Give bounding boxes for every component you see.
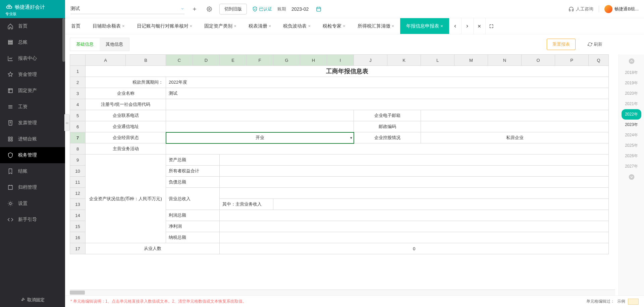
tab[interactable]: 税负波动表× [277, 18, 317, 34]
subtab[interactable]: 基础信息 [70, 38, 100, 51]
collapse-handle[interactable]: ‹‹ [64, 114, 70, 131]
column-header[interactable]: H [300, 55, 327, 66]
nav-closing[interactable]: 结账 [0, 163, 65, 179]
nav-reports[interactable]: 报表中心 [0, 50, 65, 67]
row-header[interactable]: 1 [70, 66, 86, 77]
row-header[interactable]: 5 [70, 110, 86, 121]
old-version-button[interactable]: 切到旧版 [219, 4, 247, 14]
tabs-close-button[interactable] [473, 18, 485, 34]
column-header[interactable]: F [247, 55, 273, 66]
nav-funds[interactable]: 资金管理 [0, 67, 65, 83]
nav-guide[interactable]: 新手引导 [0, 212, 65, 228]
tab-close-icon[interactable]: × [122, 24, 125, 29]
year-item[interactable]: 2026年 [622, 151, 641, 161]
row-header[interactable]: 15 [70, 221, 86, 232]
year-item[interactable]: 2027年 [622, 161, 641, 172]
reset-report-button[interactable]: 重置报表 [547, 39, 576, 50]
column-header[interactable]: C [166, 55, 193, 66]
tab[interactable]: 所得税汇算清缴× [352, 18, 400, 34]
subtab[interactable]: 其他信息 [100, 38, 129, 51]
column-header[interactable]: E [220, 55, 247, 66]
column-header[interactable]: P [555, 55, 589, 66]
year-item[interactable]: 2021年 [622, 99, 641, 109]
row-header[interactable]: 4 [70, 99, 86, 110]
nav-fixed-assets[interactable]: 固定资产 [0, 83, 65, 99]
nav-payroll[interactable]: 工资 [0, 99, 65, 115]
row-header[interactable]: 16 [70, 232, 86, 243]
dropdown-icon[interactable]: ▼ [350, 136, 353, 140]
tabs-prev-button[interactable] [449, 18, 461, 34]
add-button[interactable] [190, 4, 199, 14]
row-header[interactable]: 14 [70, 210, 86, 221]
nav-invoice[interactable]: 发票管理 [0, 115, 65, 131]
column-header[interactable]: D [193, 55, 220, 66]
row-header[interactable]: 11 [70, 177, 86, 188]
spreadsheet[interactable]: ABCDEFGHIJKLMNOPQ1工商年报信息表2税款所属期间：2022年度3… [70, 54, 615, 290]
tab-close-icon[interactable]: × [234, 24, 236, 29]
column-header[interactable]: J [354, 55, 387, 66]
sidebar-scrollbar[interactable] [62, 18, 65, 62]
year-item[interactable]: 2020年 [622, 88, 641, 99]
tab-close-icon[interactable]: × [190, 24, 193, 29]
column-header[interactable]: K [387, 55, 421, 66]
nav-home[interactable]: 首页 [0, 18, 65, 34]
nav-ledger[interactable]: 总账 [0, 34, 65, 50]
row-header[interactable]: 8 [70, 143, 86, 155]
tab-close-icon[interactable]: × [308, 24, 311, 29]
column-header[interactable]: L [421, 55, 454, 66]
tab[interactable]: 固定资产类别× [198, 18, 243, 34]
column-header[interactable]: M [454, 55, 488, 66]
year-item[interactable]: 2022年 [622, 109, 641, 120]
settings-button[interactable] [205, 4, 214, 14]
tab-close-icon[interactable]: × [343, 24, 345, 29]
tab[interactable]: 日记账与银行对账单核对× [131, 18, 199, 34]
row-header[interactable]: 9 [70, 155, 86, 166]
row-header[interactable]: 10 [70, 166, 86, 177]
column-header[interactable]: I [327, 55, 354, 66]
year-item[interactable]: 2019年 [622, 78, 641, 88]
tab[interactable]: 税表清册× [243, 18, 277, 34]
fullscreen-button[interactable] [485, 18, 497, 34]
nav-archive[interactable]: 归档管理 [0, 179, 65, 195]
company-select[interactable]: 测试 [70, 4, 184, 14]
row-header[interactable]: 7 [70, 132, 86, 143]
tab[interactable]: 目辅助余额表× [87, 18, 131, 34]
column-header[interactable]: B [126, 55, 166, 66]
row-header[interactable]: 6 [70, 121, 86, 132]
column-header[interactable]: O [522, 55, 555, 66]
refresh-button[interactable]: 刷新 [583, 39, 607, 50]
period-picker[interactable] [314, 4, 323, 14]
nav-settings[interactable]: 设置 [0, 195, 65, 212]
business-status-cell[interactable]: 开业▼ [166, 132, 354, 143]
row-header[interactable]: 12 [70, 188, 86, 199]
year-item[interactable]: 2023年 [622, 120, 641, 130]
column-header[interactable]: Q [589, 55, 609, 66]
row-header[interactable]: 3 [70, 88, 86, 99]
year-up-button[interactable] [627, 56, 636, 67]
tab[interactable]: 税检专家× [317, 18, 352, 34]
tab-close-icon[interactable]: × [269, 24, 271, 29]
grid-corner[interactable] [70, 55, 86, 66]
nav-icon [7, 23, 13, 29]
tab[interactable]: 首页 [65, 18, 87, 34]
tab-close-icon[interactable]: × [440, 24, 443, 29]
unpin-button[interactable]: 取消固定 [0, 293, 65, 307]
row-header[interactable]: 13 [70, 199, 86, 210]
year-item[interactable]: 2024年 [622, 130, 641, 140]
tab[interactable]: 年报信息申报表× [400, 18, 449, 34]
support-button[interactable]: 人工咨询 [569, 6, 593, 12]
tabs-next-button[interactable] [461, 18, 473, 34]
year-item[interactable]: 2025年 [622, 140, 641, 151]
user-menu[interactable]: 畅捷通B组... [604, 5, 639, 13]
nav-tax[interactable]: 税务管理 [0, 147, 65, 163]
column-header[interactable]: G [273, 55, 300, 66]
horizontal-scrollbar[interactable] [70, 290, 615, 296]
row-header[interactable]: 2 [70, 77, 86, 88]
nav-inventory[interactable]: 进销台账 [0, 131, 65, 147]
column-header[interactable]: N [488, 55, 522, 66]
column-header[interactable]: A [86, 55, 126, 66]
tab-close-icon[interactable]: × [392, 24, 394, 29]
year-item[interactable]: 2018年 [622, 68, 641, 78]
year-down-button[interactable] [627, 172, 636, 183]
row-header[interactable]: 17 [70, 243, 86, 254]
